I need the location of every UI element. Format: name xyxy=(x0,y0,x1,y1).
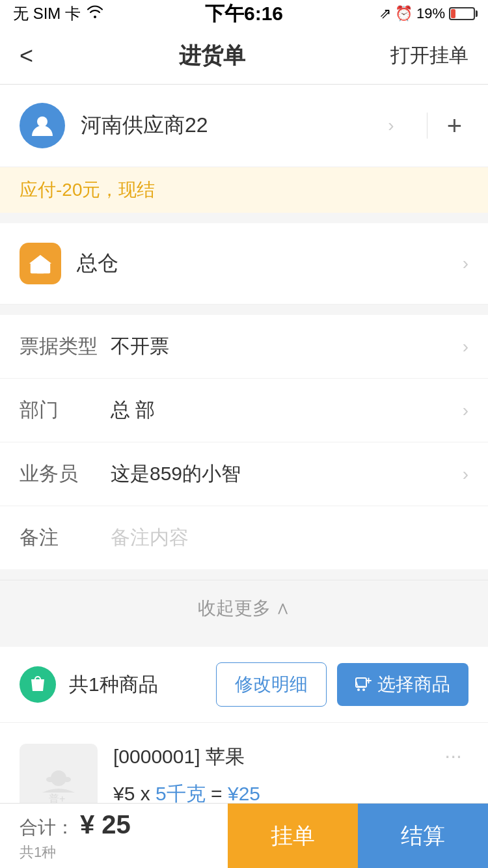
remark-label: 备注 xyxy=(20,524,111,551)
product-qty: 5千克 xyxy=(156,783,206,804)
divider xyxy=(427,113,427,139)
supplier-section: 河南供应商22 › + 应付-20元，现结 xyxy=(0,85,488,213)
form-section: 票据类型 不开票 › 部门 总 部 › 业务员 这是859的小智 › 备注 备注… xyxy=(0,315,488,569)
invoice-type-row[interactable]: 票据类型 不开票 › xyxy=(0,315,488,379)
warehouse-name: 总仓 xyxy=(77,249,463,278)
department-chevron-icon: › xyxy=(463,400,468,421)
salesperson-chevron-icon: › xyxy=(463,464,468,485)
warehouse-icon xyxy=(28,251,53,276)
status-left: 无 SIM 卡 xyxy=(13,3,104,24)
price-multiply: x xyxy=(141,783,156,804)
back-button[interactable]: < xyxy=(20,42,33,70)
svg-point-5 xyxy=(362,688,365,691)
status-right: ⇗ ⏰ 19% xyxy=(379,5,475,22)
select-product-button[interactable]: 选择商品 xyxy=(337,663,468,706)
page-title: 进货单 xyxy=(179,41,245,71)
location-icon: ⇗ xyxy=(379,5,391,22)
remark-row[interactable]: 备注 备注内容 xyxy=(0,506,488,569)
total-row: 合计： ¥ 25 xyxy=(20,810,208,840)
svg-rect-2 xyxy=(36,267,44,274)
battery-percent: 19% xyxy=(416,5,445,22)
products-count-label: 共1种商品 xyxy=(69,671,216,698)
department-value: 总 部 xyxy=(111,397,456,424)
svg-point-8 xyxy=(63,777,71,782)
invoice-type-value: 不开票 xyxy=(111,333,456,360)
salesperson-label: 业务员 xyxy=(20,461,111,487)
product-title-text: 苹果 xyxy=(206,746,245,767)
invoice-type-chevron-icon: › xyxy=(463,336,468,357)
status-time: 下午6:16 xyxy=(205,1,283,27)
supplier-chevron-icon: › xyxy=(388,115,394,136)
warehouse-chevron-icon: › xyxy=(463,253,468,274)
price-value: ¥5 xyxy=(113,783,135,804)
svg-point-0 xyxy=(37,116,47,127)
svg-point-7 xyxy=(46,777,54,782)
supplier-avatar xyxy=(20,103,65,148)
product-code: [0000001] xyxy=(113,746,200,767)
total-count: 共1种 xyxy=(20,843,208,862)
bottom-bar: 合计： ¥ 25 共1种 挂单 结算 xyxy=(0,803,488,868)
warehouse-row[interactable]: 总仓 › xyxy=(0,223,488,305)
add-supplier-button[interactable]: + xyxy=(441,111,468,141)
warehouse-section: 总仓 › xyxy=(0,223,488,305)
checkout-button[interactable]: 结算 xyxy=(358,804,488,869)
total-amount: ¥ 25 xyxy=(80,810,131,839)
person-icon xyxy=(29,113,55,139)
carrier-text: 无 SIM 卡 xyxy=(13,3,81,24)
wifi-icon xyxy=(86,5,104,23)
total-section: 合计： ¥ 25 共1种 xyxy=(0,810,228,862)
invoice-type-label: 票据类型 xyxy=(20,333,111,360)
status-bar: 无 SIM 卡 下午6:16 ⇗ ⏰ 19% xyxy=(0,0,488,27)
collapse-button[interactable]: 收起更多 ∧ xyxy=(0,580,488,636)
department-row[interactable]: 部门 总 部 › xyxy=(0,379,488,442)
nav-bar: < 进货单 打开挂单 xyxy=(0,27,488,85)
open-pending-button[interactable]: 打开挂单 xyxy=(390,42,468,69)
department-label: 部门 xyxy=(20,397,111,424)
salesperson-row[interactable]: 业务员 这是859的小智 › xyxy=(0,442,488,506)
products-count-icon-bg xyxy=(20,666,56,703)
select-product-label: 选择商品 xyxy=(377,672,450,697)
products-header: 共1种商品 修改明细 选择商品 xyxy=(0,647,488,723)
product-name: [0000001] 苹果 xyxy=(113,744,438,770)
product-info: [0000001] 苹果 ¥5 x 5千克 = ¥25 xyxy=(113,744,438,807)
supplier-name: 河南供应商22 xyxy=(81,111,388,140)
shopping-bag-icon xyxy=(27,674,48,695)
svg-point-4 xyxy=(357,688,360,691)
supplier-row[interactable]: 河南供应商22 › + xyxy=(0,85,488,167)
alarm-icon: ⏰ xyxy=(395,5,413,22)
warehouse-icon-bg xyxy=(20,243,61,284)
edit-detail-button[interactable]: 修改明细 xyxy=(216,662,327,707)
product-thumb-icon: 普+ xyxy=(36,760,81,806)
hang-order-button[interactable]: 挂单 xyxy=(228,804,358,869)
remark-placeholder: 备注内容 xyxy=(111,524,468,551)
cart-icon xyxy=(355,677,372,692)
salesperson-value: 这是859的小智 xyxy=(111,461,456,487)
total-label: 合计： xyxy=(20,817,74,837)
price-equals: = xyxy=(211,783,228,804)
battery-icon xyxy=(449,7,475,20)
product-more-button[interactable]: ··· xyxy=(438,744,468,768)
product-total: ¥25 xyxy=(228,783,260,804)
supplier-alert: 应付-20元，现结 xyxy=(0,167,488,213)
